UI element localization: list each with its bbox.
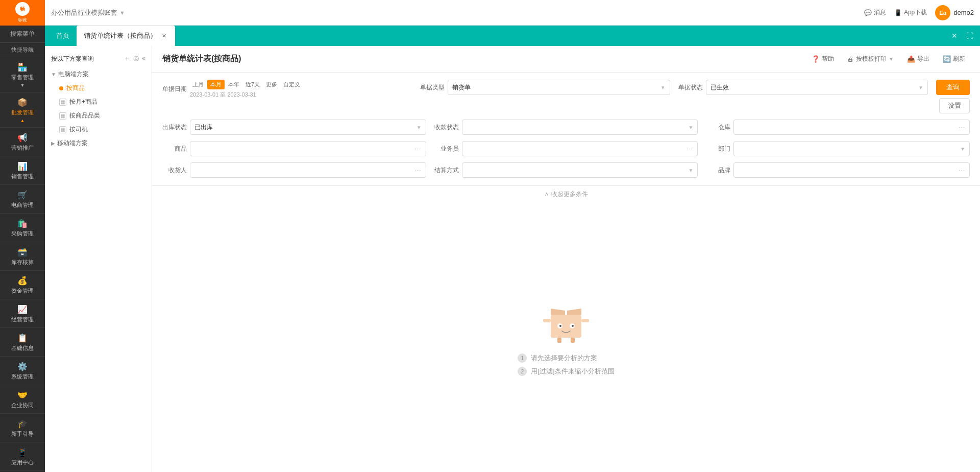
tab-home[interactable]: 首页 <box>49 26 77 46</box>
product-input[interactable]: ··· <box>190 141 426 156</box>
brand-label: 品牌 <box>706 166 730 175</box>
hint-1-text: 请先选择要分析的方案 <box>531 353 597 363</box>
receiver-label: 收货人 <box>162 166 187 175</box>
hint-2-num: 2 <box>518 367 527 376</box>
tree-item-by-product[interactable]: 按商品 <box>53 81 152 95</box>
sidebar-item-system[interactable]: ⚙️ 系统管理 <box>0 357 45 385</box>
sidebar-item-wholesale[interactable]: 📦 批发管理 ▲ <box>0 92 45 128</box>
tab-report-close[interactable]: ✕ <box>160 32 168 40</box>
sidebar-item-retail[interactable]: 🏪 零售管理 ▼ <box>0 57 45 92</box>
out-status-label: 出库状态 <box>162 123 187 132</box>
sidebar-item-purchase[interactable]: 🛍️ 采购管理 <box>0 214 45 242</box>
app-download-action[interactable]: 📱 App下载 <box>894 8 927 17</box>
collapse-bar[interactable]: ∧ 收起更多条件 <box>152 185 980 203</box>
sidebar-logo[interactable]: 畅 标账 <box>0 0 45 26</box>
collapse-panel-icon[interactable]: « <box>142 54 145 63</box>
department-wrapper: 部门 ▼ <box>706 141 970 156</box>
add-scheme-icon[interactable]: ＋ <box>124 54 130 63</box>
sidebar-item-retail-label: 零售管理 <box>11 74 34 81</box>
topbar-chevron[interactable]: ▼ <box>119 10 125 16</box>
svg-rect-8 <box>581 319 589 322</box>
sidebar-item-finance[interactable]: 💰 资金管理 <box>0 271 45 299</box>
tab-report-label: 销货单统计表（按商品） <box>84 31 157 40</box>
inventory-icon: 🗃️ <box>17 247 28 257</box>
tab-report[interactable]: 销货单统计表（按商品） ✕ <box>77 26 175 46</box>
left-panel-header: 按以下方案查询 ＋ ◎ « <box>45 51 152 67</box>
brand-wrapper: 品牌 ··· <box>706 162 970 178</box>
page-title: 销货单统计表(按商品) <box>162 54 241 64</box>
sidebar-item-wholesale-label: 批发管理 <box>11 109 34 116</box>
message-icon: 💬 <box>864 9 872 16</box>
sidebar-item-operations[interactable]: 📈 经营管理 <box>0 299 45 328</box>
type-label: 单据类型 <box>420 83 445 92</box>
hint-1-num: 1 <box>518 353 527 363</box>
sidebar-item-apps[interactable]: 📱 应用中心 <box>0 442 45 471</box>
hint-2-text: 用[过滤]条件来缩小分析范围 <box>531 367 614 376</box>
payment-method-select[interactable]: ▼ <box>462 162 698 178</box>
sidebar-item-marketing[interactable]: 📢 营销推广 <box>0 128 45 156</box>
date-tab-custom[interactable]: 自定义 <box>281 80 303 89</box>
sidebar-item-inventory[interactable]: 🗃️ 库存核算 <box>0 242 45 271</box>
by-month-product-label: 按月+商品 <box>69 98 97 106</box>
query-button[interactable]: 查询 <box>936 80 970 95</box>
page-header-actions: ❓ 帮助 🖨 按模板打印 ▼ 📤 导出 <box>807 52 970 66</box>
tree-mobile-section[interactable]: ▶ 移动端方案 <box>45 136 152 150</box>
status-select[interactable]: 已生效 ▼ <box>706 80 928 95</box>
date-tab-this-year[interactable]: 本年 <box>226 80 242 89</box>
page-header: 销货单统计表(按商品) ❓ 帮助 🖨 按模板打印 ▼ <box>152 46 980 73</box>
template-print-button[interactable]: 🖨 按模板打印 ▼ <box>843 52 898 66</box>
topbar-title-text: 办公用品行业模拟账套 <box>51 8 117 17</box>
product-label: 商品 <box>162 145 187 153</box>
help-button[interactable]: ❓ 帮助 <box>807 52 839 66</box>
date-field-wrapper: 单据日期 上月 本月 本年 近7天 更多 自定义 20 <box>162 80 412 99</box>
type-select[interactable]: 销货单 ▼ <box>448 80 670 95</box>
sidebar-item-basic[interactable]: 📋 基础信息 <box>0 328 45 357</box>
left-panel: 按以下方案查询 ＋ ◎ « ▼ 电脑端方案 按商品 <box>45 46 152 472</box>
sidebar-search[interactable]: 搜索菜单 <box>0 26 45 43</box>
target-icon[interactable]: ◎ <box>133 54 139 63</box>
settings-button[interactable]: 设置 <box>939 98 970 113</box>
tree-pc-section[interactable]: ▼ 电脑端方案 <box>45 67 152 81</box>
date-control: 上月 本月 本年 近7天 更多 自定义 2023-03-01 至 2023-03… <box>190 80 412 99</box>
date-tab-this-month[interactable]: 本月 <box>207 80 225 89</box>
ecommerce-icon: 🛒 <box>17 190 28 200</box>
export-button[interactable]: 📤 导出 <box>902 52 934 66</box>
receiver-input[interactable]: ··· <box>190 162 426 178</box>
date-range: 2023-03-01 至 2023-03-31 <box>190 91 412 99</box>
purchase-icon: 🛍️ <box>17 219 28 228</box>
maximize-button[interactable]: ⛶ <box>964 30 976 42</box>
tree-item-by-product-category[interactable]: ▦ 按商品品类 <box>53 109 152 123</box>
date-tab-more[interactable]: 更多 <box>263 80 280 89</box>
tree-item-by-company[interactable]: ▦ 按司机 <box>53 123 152 136</box>
sidebar-item-enterprise[interactable]: 🤝 企业协同 <box>0 385 45 414</box>
empty-state: 1 请先选择要分析的方案 2 用[过滤]条件来缩小分析范围 <box>152 203 980 472</box>
salesperson-input[interactable]: ··· <box>462 141 698 156</box>
sidebar-item-newbie[interactable]: 🎓 新手引导 <box>0 414 45 442</box>
retail-icon: 🏪 <box>17 62 28 72</box>
warehouse-wrapper: 仓库 ··· <box>706 120 970 135</box>
refresh-button[interactable]: 🔄 刷新 <box>938 52 970 66</box>
date-tab-7days[interactable]: 近7天 <box>243 80 262 89</box>
sidebar-item-sales[interactable]: 📊 销售管理 <box>0 156 45 185</box>
date-tab-last-month[interactable]: 上月 <box>190 80 206 89</box>
pc-section-chevron: ▼ <box>51 72 56 77</box>
warehouse-label: 仓库 <box>706 123 730 132</box>
sidebar-item-finance-label: 资金管理 <box>11 287 34 295</box>
close-button[interactable]: ✕ <box>948 30 961 42</box>
department-select[interactable]: ▼ <box>733 141 970 156</box>
collect-status-select[interactable]: ▼ <box>462 120 698 135</box>
sidebar-item-ecommerce[interactable]: 🛒 电商管理 <box>0 185 45 214</box>
warehouse-input[interactable]: ··· <box>733 120 970 135</box>
page-content: 按以下方案查询 ＋ ◎ « ▼ 电脑端方案 按商品 <box>45 46 980 472</box>
out-status-select[interactable]: 已出库 ▼ <box>190 120 426 135</box>
right-panel: 销货单统计表(按商品) ❓ 帮助 🖨 按模板打印 ▼ <box>152 46 980 472</box>
tree-item-by-month-product[interactable]: ▦ 按月+商品 <box>53 95 152 109</box>
user-area[interactable]: Ea demo2 <box>935 5 974 20</box>
active-dot <box>59 86 63 90</box>
product-wrapper: 商品 ··· <box>162 141 426 156</box>
sidebar-quick-nav[interactable]: 快捷导航 <box>0 43 45 57</box>
logo-icon: 畅 <box>15 2 30 16</box>
message-action[interactable]: 💬 消息 <box>864 8 886 17</box>
sidebar-item-apps-label: 应用中心 <box>11 459 34 466</box>
brand-input[interactable]: ··· <box>733 162 970 178</box>
